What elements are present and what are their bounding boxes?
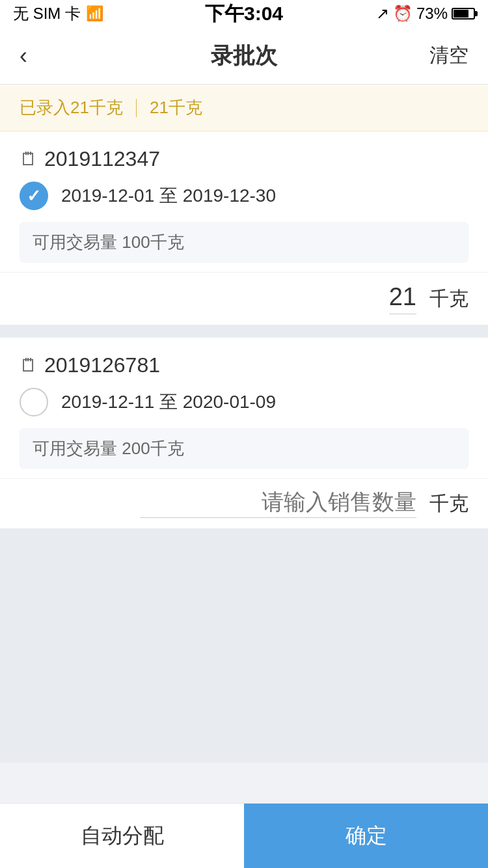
quantity-underline-1: 21 [389, 283, 416, 314]
batch-date-2: 2019-12-11 至 2020-01-09 [61, 390, 276, 414]
section-divider [0, 325, 488, 338]
status-left: 无 SIM 卡 📶 [13, 3, 103, 24]
batch-card-1: 🗒 2019112347 2019-12-01 至 2019-12-30 可用交… [0, 131, 488, 325]
page-title: 录批次 [211, 41, 277, 71]
status-bar: 无 SIM 卡 📶 下午3:04 ↗ ⏰ 73% [0, 0, 488, 27]
batch-header-1: 🗒 2019112347 [0, 131, 488, 178]
doc-icon-1: 🗒 [20, 148, 38, 170]
confirm-button[interactable]: 确定 [244, 804, 488, 868]
batch-available-2: 可用交易量 200千克 [20, 428, 468, 469]
summary-bar: 已录入21千克 21千克 [0, 85, 488, 131]
status-right: ↗ ⏰ 73% [376, 5, 475, 23]
batch-date-row-1: 2019-12-01 至 2019-12-30 [0, 178, 488, 217]
quantity-input-2[interactable] [140, 489, 416, 515]
bottom-bar: 自动分配 确定 [0, 803, 488, 868]
status-time: 下午3:04 [205, 1, 283, 27]
batch-id-2: 2019126781 [44, 353, 160, 377]
location-icon: ↗ [376, 5, 389, 23]
clear-button[interactable]: 清空 [429, 42, 468, 69]
summary-value: 21千克 [150, 96, 202, 119]
batch-available-1: 可用交易量 100千克 [20, 222, 468, 263]
quantity-row-2: 千克 [0, 478, 488, 528]
quantity-unit-2: 千克 [429, 491, 468, 517]
back-button[interactable]: ‹ [20, 42, 27, 70]
content-area: 🗒 2019112347 2019-12-01 至 2019-12-30 可用交… [0, 131, 488, 828]
battery-icon [452, 8, 475, 20]
empty-area [0, 528, 488, 763]
wifi-icon: 📶 [86, 5, 103, 22]
battery-text: 73% [416, 5, 448, 23]
quantity-row-1: 21 千克 [0, 272, 488, 325]
batch-checkbox-1[interactable] [20, 182, 48, 210]
batch-date-1: 2019-12-01 至 2019-12-30 [61, 183, 276, 208]
carrier-text: 无 SIM 卡 [13, 3, 81, 24]
auto-distribute-button[interactable]: 自动分配 [0, 804, 244, 868]
nav-bar: ‹ 录批次 清空 [0, 27, 488, 85]
batch-card-2: 🗒 2019126781 2019-12-11 至 2020-01-09 可用交… [0, 338, 488, 528]
quantity-unit-1: 千克 [429, 286, 468, 312]
doc-icon-2: 🗒 [20, 355, 38, 376]
batch-header-2: 🗒 2019126781 [0, 338, 488, 384]
alarm-icon: ⏰ [393, 5, 413, 23]
quantity-underline-2[interactable] [140, 489, 416, 518]
batch-checkbox-2[interactable] [20, 388, 48, 416]
batch-date-row-2: 2019-12-11 至 2020-01-09 [0, 384, 488, 423]
batch-id-1: 2019112347 [44, 147, 160, 171]
quantity-value-1: 21 [389, 283, 416, 311]
summary-divider [136, 99, 137, 117]
summary-label: 已录入21千克 [20, 96, 123, 119]
